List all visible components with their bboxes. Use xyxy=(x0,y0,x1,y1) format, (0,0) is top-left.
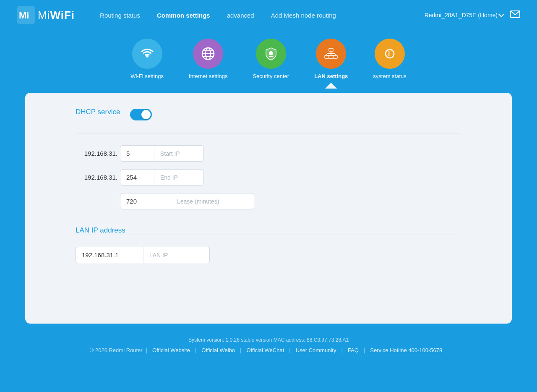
svg-text:i: i xyxy=(388,50,390,57)
dhcp-divider xyxy=(76,133,461,133)
start-ip-row: 192.168.31. Start IP xyxy=(76,145,461,162)
main-content: DHCP service 192.168.31. Start IP 192.16… xyxy=(25,93,512,324)
nav-mesh-routing[interactable]: Add Mesh node routing xyxy=(263,8,344,22)
footer-service-hotline[interactable]: Service Hotline 400-100-5678 xyxy=(365,347,447,353)
end-ip-prefix: 192.168.31. xyxy=(76,174,117,181)
footer-user-community[interactable]: User Community xyxy=(291,347,341,353)
copyright: © 2020 Redmi Router xyxy=(90,347,143,353)
lan-settings-label: LAN settings xyxy=(314,73,348,79)
footer: System version: 1.0.26 stable version MA… xyxy=(0,324,537,360)
footer-links: © 2020 Redmi Router | Official Website |… xyxy=(0,347,537,353)
system-status-label: system status xyxy=(373,73,406,79)
lan-settings-circle xyxy=(316,39,346,69)
end-ip-input-group: End IP xyxy=(120,169,204,186)
main-nav: Routing status Common settings advanced … xyxy=(91,8,425,22)
start-ip-field[interactable] xyxy=(120,146,154,161)
system-info: System version: 1.0.26 stable version MA… xyxy=(0,337,537,343)
dhcp-toggle[interactable] xyxy=(130,109,152,120)
system-status-circle: i xyxy=(375,39,405,69)
svg-rect-12 xyxy=(333,55,337,58)
dhcp-section: DHCP service 192.168.31. Start IP 192.16… xyxy=(76,108,461,209)
wifi-settings-label: Wi-Fi settings xyxy=(130,73,164,79)
start-ip-prefix: 192.168.31. xyxy=(76,150,117,157)
icon-wifi-settings[interactable]: Wi-Fi settings xyxy=(130,39,164,88)
lease-row: Lease (minutes) xyxy=(76,193,461,209)
lease-input-group: Lease (minutes) xyxy=(120,193,254,209)
lan-ip-divider xyxy=(76,235,461,235)
footer-official-weibo[interactable]: Official Weibo xyxy=(196,347,240,353)
footer-faq[interactable]: FAQ xyxy=(343,347,364,353)
lan-ip-section: LAN IP address LAN IP xyxy=(76,226,461,263)
header: Mi MiWiFi Routing status Common settings… xyxy=(0,0,537,30)
nav-common-settings[interactable]: Common settings xyxy=(149,8,219,22)
toggle-knob xyxy=(141,110,151,119)
internet-settings-circle xyxy=(193,39,223,69)
end-ip-placeholder: End IP xyxy=(154,170,203,185)
start-ip-placeholder: Start IP xyxy=(154,146,203,161)
logo-text: MiWiFi xyxy=(38,9,75,22)
mail-icon[interactable] xyxy=(510,10,520,20)
icon-lan-settings[interactable]: LAN settings xyxy=(314,39,348,88)
footer-official-website[interactable]: Official Website xyxy=(147,347,195,353)
lan-ip-label: LAN IP address xyxy=(76,226,125,234)
start-ip-input-group: Start IP xyxy=(120,145,204,162)
icons-bar: Wi-Fi settings Internet settings Securit… xyxy=(0,30,537,88)
lan-ip-field[interactable] xyxy=(76,247,143,263)
end-ip-row: 192.168.31. End IP xyxy=(76,169,461,186)
security-center-circle xyxy=(256,39,286,69)
icon-internet-settings[interactable]: Internet settings xyxy=(189,39,228,88)
lan-ip-input-group: LAN IP xyxy=(76,247,210,263)
dhcp-row: DHCP service xyxy=(76,108,461,121)
icon-security-center[interactable]: Security center xyxy=(253,39,289,88)
svg-point-8 xyxy=(269,51,273,55)
chevron-down-icon xyxy=(498,11,504,17)
lease-field[interactable] xyxy=(120,193,171,209)
icon-system-status[interactable]: i system status xyxy=(373,39,406,88)
end-ip-field[interactable] xyxy=(120,170,154,185)
security-center-label: Security center xyxy=(253,73,289,79)
nav-advanced[interactable]: advanced xyxy=(219,8,263,22)
svg-rect-9 xyxy=(329,48,333,51)
svg-text:Mi: Mi xyxy=(19,10,29,21)
nav-right: Redmi_28A1_D75E (Home) xyxy=(425,10,520,20)
svg-rect-10 xyxy=(325,55,329,58)
nav-routing-status[interactable]: Routing status xyxy=(91,8,149,22)
svg-rect-11 xyxy=(329,55,333,58)
logo[interactable]: Mi MiWiFi xyxy=(17,6,75,24)
lease-placeholder: Lease (minutes) xyxy=(171,193,254,209)
wifi-settings-circle xyxy=(132,39,162,69)
footer-official-wechat[interactable]: Official WeChat xyxy=(241,347,289,353)
device-name[interactable]: Redmi_28A1_D75E (Home) xyxy=(425,12,503,18)
lan-ip-placeholder: LAN IP xyxy=(143,247,209,263)
dhcp-label: DHCP service xyxy=(76,108,120,116)
internet-settings-label: Internet settings xyxy=(189,73,228,79)
